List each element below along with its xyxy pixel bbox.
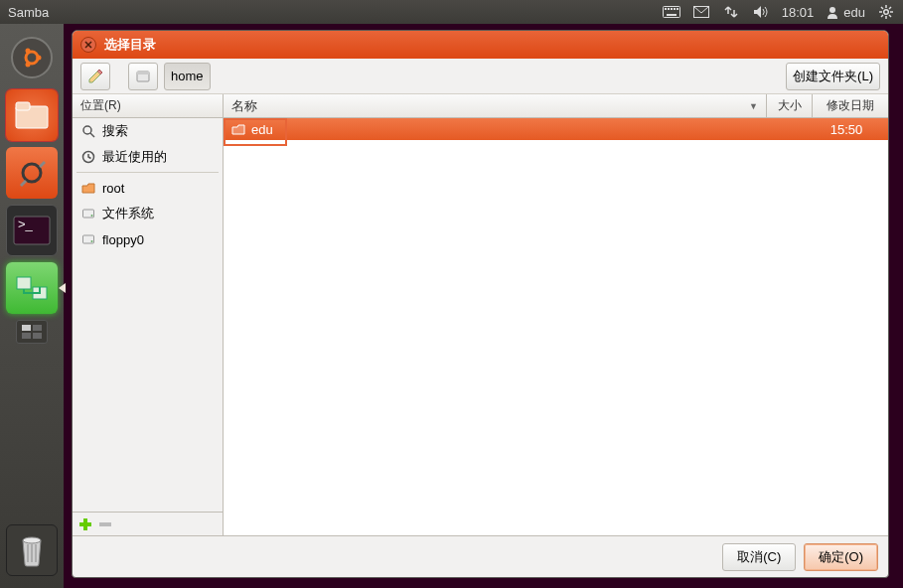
svg-rect-23 — [16, 102, 30, 110]
svg-point-47 — [91, 240, 93, 242]
dialog-footer: 取消(C) 确定(O) — [73, 535, 888, 577]
path-home-button[interactable]: home — [164, 63, 211, 90]
unity-launcher: >_ — [0, 24, 64, 588]
place-label: 搜索 — [102, 122, 128, 140]
place-最近使用的[interactable]: 最近使用的 — [73, 144, 223, 170]
svg-rect-6 — [667, 14, 677, 16]
place-文件系统[interactable]: 文件系统 — [73, 201, 223, 226]
dialog-body: 位置(R) 搜索最近使用的root文件系统floppy0 名称 ▼ 大小 修改日… — [73, 94, 888, 535]
mail-icon[interactable] — [692, 4, 710, 20]
place-label: 最近使用的 — [102, 148, 167, 166]
dialog-toolbar: home 创建文件夹(L) — [73, 59, 888, 94]
sort-indicator-icon: ▼ — [749, 101, 758, 111]
svg-point-18 — [26, 52, 38, 64]
drive-icon — [80, 231, 96, 247]
svg-point-21 — [26, 63, 31, 68]
launcher-terminal[interactable]: >_ — [6, 205, 58, 256]
path-root-button[interactable] — [128, 63, 158, 90]
place-root[interactable]: root — [73, 175, 223, 201]
place-label: floppy0 — [102, 232, 144, 247]
svg-point-33 — [23, 537, 41, 543]
folder-icon — [231, 122, 245, 136]
places-sidebar: 位置(R) 搜索最近使用的root文件系统floppy0 — [73, 94, 224, 535]
col-header-date[interactable]: 修改日期 — [813, 94, 888, 117]
dialog-title: 选择目录 — [104, 36, 156, 54]
svg-point-19 — [37, 56, 42, 61]
search-icon — [80, 123, 96, 139]
file-row[interactable]: edu15:50 — [224, 118, 888, 140]
file-pane: 名称 ▼ 大小 修改日期 edu15:50 — [224, 94, 888, 535]
path-home-label: home — [171, 69, 204, 83]
svg-rect-50 — [99, 522, 111, 526]
svg-rect-2 — [668, 8, 670, 10]
launcher-trash[interactable] — [6, 524, 58, 576]
launcher-files[interactable] — [6, 89, 58, 141]
svg-rect-30 — [33, 325, 42, 331]
svg-rect-5 — [677, 8, 678, 10]
top-menubar: Samba 18:01 edu — [0, 0, 903, 24]
svg-rect-1 — [665, 8, 667, 10]
place-label: root — [102, 181, 124, 196]
add-bookmark-button[interactable] — [78, 517, 92, 531]
keyboard-icon[interactable] — [663, 4, 680, 20]
launcher-dash[interactable] — [6, 32, 58, 83]
svg-line-15 — [889, 15, 891, 17]
recent-icon — [80, 149, 96, 165]
svg-point-24 — [23, 164, 41, 182]
svg-point-20 — [26, 49, 31, 54]
svg-text:>_: >_ — [18, 217, 34, 231]
svg-point-45 — [91, 215, 93, 217]
file-name: edu — [251, 122, 273, 137]
create-folder-button[interactable]: 创建文件夹(L) — [786, 63, 880, 90]
svg-line-14 — [881, 7, 883, 9]
edit-path-button[interactable] — [80, 63, 110, 90]
place-label: 文件系统 — [102, 205, 154, 222]
place-搜索[interactable]: 搜索 — [73, 118, 223, 144]
user-menu[interactable]: edu — [826, 5, 865, 20]
svg-point-9 — [884, 10, 889, 15]
svg-point-8 — [829, 7, 835, 13]
svg-line-16 — [889, 7, 891, 9]
launcher-settings[interactable] — [6, 147, 58, 199]
svg-rect-31 — [22, 333, 31, 339]
place-floppy0[interactable]: floppy0 — [73, 226, 223, 252]
gear-icon[interactable] — [877, 4, 895, 20]
clock[interactable]: 18:01 — [782, 5, 815, 20]
system-tray: 18:01 edu — [663, 4, 895, 20]
cancel-button[interactable]: 取消(C) — [722, 543, 796, 571]
app-title: Samba — [8, 5, 653, 20]
launcher-samba[interactable] — [6, 262, 58, 314]
remove-bookmark-button — [98, 517, 112, 531]
svg-line-42 — [90, 133, 94, 137]
svg-rect-40 — [137, 72, 149, 74]
network-icon[interactable] — [722, 4, 740, 20]
user-label: edu — [843, 5, 865, 20]
drive-icon — [80, 206, 96, 221]
svg-point-41 — [83, 126, 91, 134]
close-button[interactable] — [80, 37, 96, 53]
svg-rect-32 — [33, 333, 42, 339]
places-actions — [73, 512, 223, 535]
ok-button[interactable]: 确定(O) — [804, 543, 878, 571]
svg-rect-29 — [22, 325, 31, 331]
places-list: 搜索最近使用的root文件系统floppy0 — [73, 118, 223, 512]
create-folder-label: 创建文件夹(L) — [793, 68, 873, 85]
choose-directory-dialog: 选择目录 home 创建文件夹(L) 位置(R) 搜索最近使用的root文件系统… — [72, 30, 889, 578]
file-list-header: 名称 ▼ 大小 修改日期 — [224, 94, 888, 118]
home-folder-icon — [80, 180, 96, 196]
svg-line-17 — [881, 15, 883, 17]
dialog-titlebar[interactable]: 选择目录 — [73, 31, 888, 59]
file-list[interactable]: edu15:50 — [224, 118, 888, 535]
svg-rect-27 — [17, 277, 31, 289]
svg-rect-4 — [674, 8, 676, 10]
col-header-size[interactable]: 大小 — [767, 94, 813, 117]
places-header[interactable]: 位置(R) — [73, 94, 223, 118]
svg-rect-3 — [671, 8, 673, 10]
col-header-name[interactable]: 名称 ▼ — [224, 94, 767, 117]
svg-rect-49 — [79, 522, 91, 526]
sound-icon[interactable] — [752, 4, 770, 20]
file-date: 15:50 — [809, 122, 884, 137]
launcher-workspace[interactable] — [16, 320, 48, 344]
